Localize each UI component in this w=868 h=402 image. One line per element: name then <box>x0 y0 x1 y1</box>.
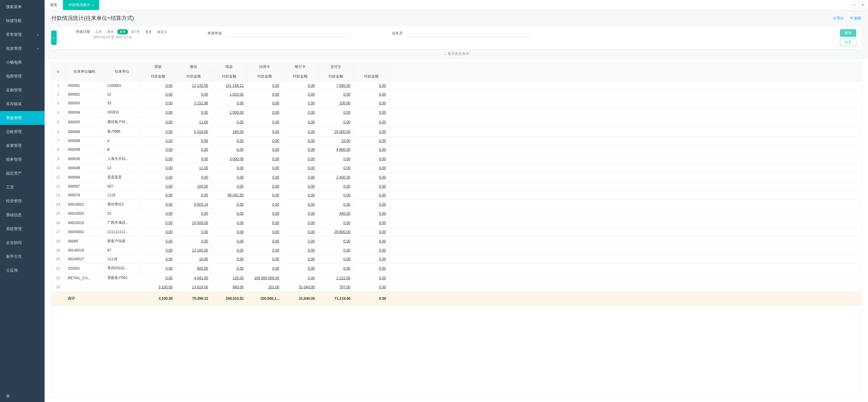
cell-amount[interactable]: 100,000,000.00 <box>247 273 282 283</box>
cell-amount[interactable]: 0.00 <box>140 99 176 108</box>
col-sub-6[interactable]: 付款金额 <box>353 72 389 81</box>
col-group-6[interactable] <box>353 62 389 72</box>
tab-dropdown-button[interactable]: ▾ <box>860 2 866 8</box>
cell-amount[interactable]: 787.00 <box>318 283 353 292</box>
table-row[interactable]: 4000004191B台0.000.001,000.000.000.000.00… <box>52 108 861 117</box>
tab-home[interactable]: 首页 <box>44 0 63 10</box>
cell-amount[interactable]: 0.00 <box>140 264 176 273</box>
cell-amount[interactable]: 0.00 <box>247 145 282 154</box>
cell-amount[interactable]: 0.00 <box>353 218 389 228</box>
cell-amount[interactable]: 0.00 <box>282 164 318 172</box>
cell-amount[interactable]: 0.00 <box>282 246 318 255</box>
cell-amount[interactable]: 0.00 <box>282 236 318 246</box>
cell-amount[interactable]: 0.00 <box>140 182 176 191</box>
cell-amount[interactable]: 0.00 <box>353 137 389 145</box>
quick-date-本年[interactable]: 本年 <box>117 29 128 34</box>
cell-amount[interactable]: 0.00 <box>140 255 176 264</box>
cell-amount[interactable]: 0.00 <box>211 264 247 273</box>
table-row[interactable]: 120000670070.00100.000.000.000.000.000.0… <box>52 182 861 191</box>
col-sub-2[interactable]: 付款金额 <box>211 72 247 81</box>
cell-amount[interactable]: 5,010.00 <box>176 127 211 137</box>
cell-amount[interactable]: 0.00 <box>140 200 176 209</box>
cell-amount[interactable]: 0.00 <box>318 182 353 191</box>
cell-amount[interactable]: 9,603.14 <box>176 200 211 209</box>
cell-amount[interactable]: 0.00 <box>211 200 247 209</box>
col-group-4[interactable]: 银行卡 <box>282 62 318 72</box>
sidebar-item-15[interactable]: 基础信息 <box>0 208 44 222</box>
cell-amount[interactable]: 0.00 <box>211 172 247 182</box>
col-sub-3[interactable]: 付款金额 <box>247 72 282 81</box>
cell-amount[interactable]: 0.00 <box>140 172 176 182</box>
cell-amount[interactable]: 0.00 <box>353 99 389 108</box>
cell-amount[interactable]: 0.00 <box>353 145 389 154</box>
sidebar-item-17[interactable]: 企业协同 <box>0 236 44 250</box>
cell-amount[interactable]: 0.00 <box>318 90 353 99</box>
cell-amount[interactable]: 130.00 <box>211 273 247 283</box>
cell-amount[interactable]: 0.00 <box>140 246 176 255</box>
cell-amount[interactable]: 980.00 <box>211 283 247 292</box>
cell-amount[interactable]: 0.00 <box>211 137 247 145</box>
cell-amount[interactable]: 4,041.00 <box>176 273 211 283</box>
sidebar-item-7[interactable]: 库存核算 <box>0 97 44 111</box>
cell-amount[interactable]: 0.00 <box>318 218 353 228</box>
cell-amount[interactable]: 1,020.00 <box>211 90 247 99</box>
cell-amount[interactable]: 0.00 <box>282 182 318 191</box>
sidebar-item-12[interactable]: 固定资产 <box>0 167 44 180</box>
cell-amount[interactable]: 15.00 <box>318 137 353 145</box>
cell-amount[interactable]: 0.00 <box>282 154 318 164</box>
cell-amount[interactable]: 99,042.50 <box>211 191 247 200</box>
cell-amount[interactable]: 0.00 <box>247 228 282 236</box>
cell-amount[interactable]: 0.00 <box>353 117 389 127</box>
cell-amount[interactable]: 0.00 <box>140 127 176 137</box>
cell-amount[interactable]: 0.00 <box>247 218 282 228</box>
sidebar-item-8[interactable]: 资金管理 <box>0 111 44 125</box>
cell-amount[interactable]: 0.00 <box>140 236 176 246</box>
cell-amount[interactable]: 0.00 <box>353 283 389 292</box>
sidebar-item-4[interactable]: 小畅电商 <box>0 56 44 69</box>
sidebar-item-11[interactable]: 税务管理 <box>0 152 44 167</box>
cell-amount[interactable]: 0.00 <box>282 172 318 182</box>
cell-amount[interactable]: 0.00 <box>140 218 176 228</box>
cell-amount[interactable]: 0.00 <box>353 154 389 164</box>
cell-amount[interactable]: 0.00 <box>247 154 282 164</box>
quick-date-本月[interactable]: 本月 <box>105 29 116 34</box>
cell-amount[interactable]: 0.00 <box>247 81 282 90</box>
cell-amount[interactable]: 0.00 <box>353 246 389 255</box>
sidebar-item-9[interactable]: 总账管理 <box>0 125 44 139</box>
export-link[interactable]: ⇲导出 <box>833 16 844 20</box>
tab-payment-stats[interactable]: 付款情况统计 × <box>63 0 99 10</box>
table-row[interactable]: 10000046130.0011.000.000.000.000.000.00 <box>52 164 861 172</box>
cell-amount[interactable]: 7,695.00 <box>318 81 353 90</box>
table-row[interactable]: 6000006客户6660.005,010.00180.000.000.0025… <box>52 127 861 137</box>
cell-amount[interactable]: 0.00 <box>282 127 318 137</box>
cell-amount[interactable]: 0.00 <box>353 81 389 90</box>
col-sub-4[interactable]: 付款金额 <box>282 72 318 81</box>
table-row[interactable]: 5000005测试客户对...0.0011.000.000.000.000.00… <box>52 117 861 127</box>
cell-amount[interactable]: 440.00 <box>318 209 353 218</box>
cell-amount[interactable]: 0.00 <box>353 90 389 99</box>
cell-amount[interactable]: 0.00 <box>247 191 282 200</box>
table-row[interactable]: 1300007411190.000.0099,042.500.000.000.0… <box>52 191 861 200</box>
col-group-3[interactable]: 信用卡 <box>247 62 282 72</box>
cell-amount[interactable]: 1,000.00 <box>211 108 247 117</box>
close-icon[interactable]: × <box>92 3 94 7</box>
sidebar-item-14[interactable]: 经营管理 <box>0 194 44 208</box>
table-row[interactable]: 1400010001测试单位20.009,603.140.000.000.000… <box>52 200 861 209</box>
settings-gear[interactable]: ⚙ <box>0 390 44 402</box>
cell-amount[interactable]: 0.00 <box>318 154 353 164</box>
cell-amount[interactable]: 0.00 <box>140 90 176 99</box>
cell-amount[interactable]: 0.00 <box>247 182 282 191</box>
cell-amount[interactable]: 0.00 <box>282 137 318 145</box>
cell-amount[interactable]: 0.00 <box>353 236 389 246</box>
cell-amount[interactable]: 2,400.00 <box>318 172 353 182</box>
cell-amount[interactable]: 0.00 <box>282 218 318 228</box>
sidebar-item-0[interactable]: 搜索菜单 <box>0 0 44 14</box>
cell-amount[interactable]: 0.00 <box>318 117 353 127</box>
cell-amount[interactable]: 141,158.11 <box>211 81 247 90</box>
col-group-2[interactable]: 现金 <box>211 62 247 72</box>
cell-amount[interactable]: 0.00 <box>140 191 176 200</box>
table-row[interactable]: 1500020002230.000.000.000.000.00440.000.… <box>52 209 861 218</box>
cell-amount[interactable]: 0.00 <box>282 99 318 108</box>
table-row[interactable]: 1800085新客户信息0.000.000.000.000.000.000.00 <box>52 236 861 246</box>
cell-amount[interactable]: 0.00 <box>247 108 282 117</box>
